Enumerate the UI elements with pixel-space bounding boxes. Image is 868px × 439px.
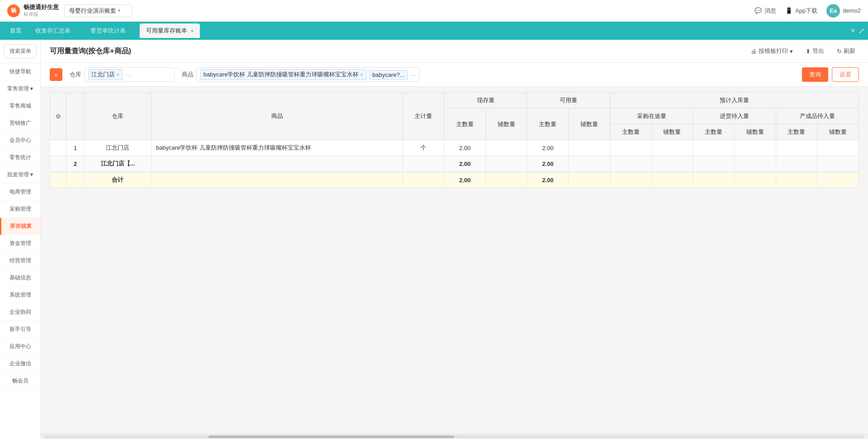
product-tag-1-close[interactable]: × [360,72,363,77]
tab-order-stats[interactable]: 要货单统计表 × [84,24,138,38]
horizontal-scrollbar[interactable] [44,435,864,438]
sidebar-search-area: 搜索菜单 [0,40,40,63]
scroll-bar-area [41,434,868,439]
product-col-header: 商品 [151,93,402,140]
sidebar-item-ecommerce-mgmt[interactable]: 电商管理 [0,184,40,201]
row-current-main-qty: 2.00 [444,156,486,172]
summary-purchase-transit-aux [651,172,693,188]
row-available-main-qty: 2.00 [527,156,569,172]
finished-pending-header: 产成品待入量 [776,109,859,124]
table-row: 1 江北门店 babycare学饮杯 儿童防摔防撞吸管杯重力球吸嘴杯宝宝水杯 个… [50,140,859,156]
summary-inbound-pending-aux [734,172,776,188]
summary-inbound-pending-main [693,172,735,188]
sidebar-item-enterprise-wechat[interactable]: 企业微信 [0,355,40,373]
inbound-pending-aux-header: 辅数量 [734,124,776,140]
row-available-aux-qty [569,140,610,156]
top-bar-right: 💬 消息 📱 App下载 Ea demo2 [755,4,861,18]
row-current-aux-qty [486,140,527,156]
table-settings-icon[interactable]: ⚙ [56,113,61,120]
sidebar-item-system-mgmt[interactable]: 系统管理 [0,287,40,304]
settings-col-header: ⚙ [50,93,66,140]
sidebar: 搜索菜单 快捷导航 零售管理 ▾ 零售商城 营销推广 会员中心 零售统计 批发管… [0,40,41,439]
product-tag-container[interactable]: babycare学饮杯 儿童防摔防撞吸管杯重力球吸嘴杯宝宝水杯 × babyca… [196,67,420,82]
query-button[interactable]: 查询 [802,67,828,82]
sidebar-item-member-center[interactable]: 会员中心 [0,132,40,149]
print-template-button[interactable]: 🖨 按模板打印 ▾ [747,45,797,57]
warehouse-tag: 江北门店 × [88,69,123,80]
sidebar-item-app-center[interactable]: 应用中心 [0,338,40,355]
row-inbound-pending-main [693,140,735,156]
sidebar-item-enterprise-collab[interactable]: 企业协同 [0,304,40,321]
summary-label: 合计 [85,172,151,188]
download-icon: 📱 [785,7,793,14]
row-finished-pending-aux [817,156,859,172]
row-purchase-transit-main [610,156,651,172]
sidebar-item-ops-mgmt[interactable]: 经营管理 [0,252,40,269]
warehouse-tag-container[interactable]: 江北门店 × ··· [84,67,175,82]
warehouse-label: 仓库 [70,71,81,79]
summary-unit [403,172,444,188]
warehouse-tag-close[interactable]: × [117,72,119,77]
app-info: 畅捷通好生意 标准版 [24,4,59,18]
tab-available-stock-close[interactable]: × [191,28,193,33]
summary-settings [50,172,66,188]
tab-available-stock[interactable]: 可用量库存账本 × [140,24,200,38]
sidebar-item-purchase-mgmt[interactable]: 采购管理 [0,201,40,218]
product-more-button[interactable]: ··· [410,71,415,78]
message-button[interactable]: 💬 消息 [755,7,776,15]
row-inbound-pending-main [693,156,735,172]
tab-home[interactable]: 首页 [4,24,28,38]
product-label: 商品 [182,71,193,79]
sidebar-item-retail-mgmt[interactable]: 零售管理 ▾ [0,80,40,98]
export-button[interactable]: ⬆ 导出 [802,45,828,57]
export-icon: ⬆ [806,48,811,55]
app-name: 畅捷通好生意 [24,4,59,11]
tab-close-button[interactable]: × [851,27,855,35]
row-purchase-transit-main [610,140,651,156]
filter-toggle-button[interactable]: » [50,68,62,81]
tab-summary-close[interactable]: × [74,28,77,33]
top-bar-left: 畅 畅捷通好生意 标准版 母婴行业演示账套 ▾ [7,4,132,18]
sidebar-item-finance-mgmt[interactable]: 资金管理 [0,235,40,252]
inbound-pending-main-header: 主数量 [693,124,735,140]
tab-bar-right: × ⤢ [851,27,864,35]
logo-icon: 畅 [7,5,20,17]
warehouse-more-button[interactable]: ··· [125,71,130,78]
row-warehouse: 江北门店【... [85,156,151,172]
summary-current-aux-qty [486,172,527,188]
sidebar-item-retail-stats[interactable]: 零售统计 [0,149,40,166]
sidebar-item-retail-mall[interactable]: 零售商城 [0,98,40,115]
refresh-icon: ↻ [837,48,842,55]
search-menu-button[interactable]: 搜索菜单 [4,44,37,58]
scrollbar-thumb[interactable] [208,435,454,438]
sidebar-item-basic-info[interactable]: 基础信息 [0,269,40,287]
row-available-main-qty: 2.00 [527,140,569,156]
tab-expand-button[interactable]: ⤢ [859,27,864,35]
industry-selector[interactable]: 母婴行业演示账套 ▾ [64,5,132,17]
username-label: demo2 [843,7,861,14]
app-sub: 标准版 [24,11,59,18]
app-download-button[interactable]: 📱 App下载 [785,7,817,15]
tab-home-label: 首页 [10,27,22,35]
logo-area: 畅 畅捷通好生意 标准版 [7,4,59,18]
sidebar-item-inventory-check[interactable]: 库存核算 [0,218,40,235]
row-num: 1 [66,140,85,156]
user-menu[interactable]: Ea demo2 [826,4,861,18]
row-finished-pending-aux [817,140,859,156]
sidebar-item-quick-nav[interactable]: 快捷导航 [0,63,40,80]
table-row: 2 江北门店【... 2.00 2.00 [50,156,859,172]
sidebar-item-marketing[interactable]: 营销推广 [0,115,40,132]
avatar: Ea [826,4,840,18]
purchase-transit-header: 采购在途量 [610,109,693,124]
row-product: babycare学饮杯 儿童防摔防撞吸管杯重力球吸嘴杯宝宝水杯 [151,140,402,156]
row-finished-pending-main [776,140,817,156]
sidebar-item-new-guide[interactable]: 新手引导 [0,321,40,338]
tab-order-stats-close[interactable]: × [129,28,132,33]
current-main-qty-header: 主数量 [444,109,486,140]
main-layout: 搜索菜单 快捷导航 零售管理 ▾ 零售商城 营销推广 会员中心 零售统计 批发管… [0,40,868,439]
settings-button[interactable]: 设置 [832,67,859,82]
sidebar-item-wholesale-mgmt[interactable]: 批发管理 ▾ [0,166,40,184]
sidebar-item-vip-member[interactable]: 畅会员 [0,373,40,390]
tab-summary[interactable]: 收发存汇总表 × [29,24,83,38]
refresh-button[interactable]: ↻ 刷新 [833,45,859,57]
